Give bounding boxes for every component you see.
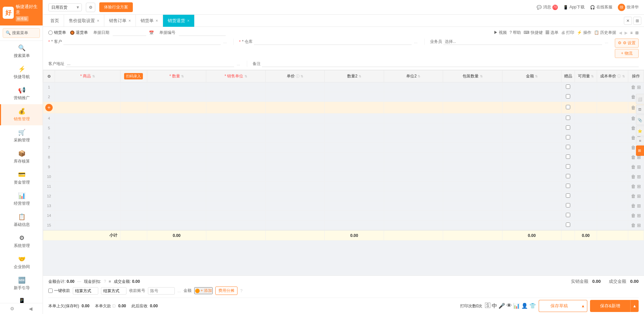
price-cell-11[interactable] xyxy=(265,182,324,191)
unit-cell-1[interactable] xyxy=(206,82,265,92)
radio-return[interactable]: 退货单 xyxy=(70,30,88,36)
pack-input-11[interactable] xyxy=(445,184,500,189)
unit-input-9[interactable] xyxy=(208,165,263,169)
unit-cell-4[interactable] xyxy=(206,114,265,123)
tab-close-sales-delivery[interactable]: × xyxy=(156,18,158,23)
unit-input-8[interactable] xyxy=(208,155,263,160)
qty2-input-15[interactable] xyxy=(327,223,381,228)
sidebar-item-guide[interactable]: 🆕 新手引导 xyxy=(0,273,43,294)
goods-input-1[interactable] xyxy=(57,85,118,89)
status-icon-s[interactable]: 🇸 xyxy=(485,303,490,310)
select-btn[interactable]: ☰ 选单 xyxy=(545,30,558,36)
qty2-input-2[interactable] xyxy=(327,95,381,99)
qty2-input-11[interactable] xyxy=(327,184,381,189)
qty-cell-7[interactable] xyxy=(147,143,206,152)
unit-cell-13[interactable] xyxy=(206,201,265,211)
sort-unit-icon[interactable]: ⇅ xyxy=(245,74,247,78)
qty-cell-2[interactable] xyxy=(147,92,206,102)
qty-input-2[interactable] xyxy=(149,95,204,99)
amount-input-12[interactable] xyxy=(504,194,559,198)
qty2-cell-10[interactable] xyxy=(325,172,384,182)
qty2-input-6[interactable] xyxy=(327,135,381,140)
unit2-input-9[interactable] xyxy=(386,165,441,169)
gift-checkbox-12[interactable] xyxy=(566,193,570,198)
unit2-cell-5[interactable] xyxy=(384,123,443,133)
discount-help-icon[interactable]: ? xyxy=(104,279,106,284)
amount-input-8[interactable] xyxy=(504,155,559,160)
qty-input-4[interactable] xyxy=(149,116,204,121)
price-input-2[interactable] xyxy=(268,95,322,99)
copy-row-icon-14[interactable]: ⊞ xyxy=(637,213,641,218)
copy-row-icon-1[interactable]: ⊞ xyxy=(637,84,641,90)
amount-input-14[interactable] xyxy=(504,213,559,218)
amount-input-11[interactable] xyxy=(504,184,559,189)
sidebar-item-search[interactable]: 🔍 搜索菜单 xyxy=(0,41,43,62)
delete-row-icon-15[interactable]: 🗑 xyxy=(631,223,636,228)
amount-input-10[interactable] xyxy=(504,174,559,179)
delete-row-icon-6[interactable]: 🗑 xyxy=(631,135,636,140)
unit2-cell-4[interactable] xyxy=(384,114,443,123)
amount-input-2[interactable] xyxy=(504,95,559,99)
gift-checkbox-8[interactable] xyxy=(566,154,570,159)
amount-input-13[interactable] xyxy=(504,203,559,208)
amount-cell-11[interactable] xyxy=(502,182,561,191)
pack-cell-1[interactable] xyxy=(443,82,502,92)
customer-input[interactable] xyxy=(63,39,221,45)
goods-cell-11[interactable] xyxy=(55,182,120,191)
pack-input-7[interactable] xyxy=(445,145,500,150)
sort-unit2-icon[interactable]: ⇅ xyxy=(418,74,420,78)
tab-close-price-extract[interactable]: × xyxy=(97,18,99,23)
goods-input-10[interactable] xyxy=(57,174,118,179)
price-cell-1[interactable] xyxy=(265,82,324,92)
gift-checkbox-7[interactable] xyxy=(566,145,570,149)
gift-checkbox-6[interactable] xyxy=(566,135,570,139)
qty2-input-13[interactable] xyxy=(327,203,381,208)
search-menu-button[interactable]: 🔍 搜索菜单 xyxy=(3,28,40,38)
unit2-input-1[interactable] xyxy=(386,85,441,89)
unit-cell-7[interactable] xyxy=(206,143,265,152)
unit-cell-11[interactable] xyxy=(206,182,265,191)
amount-cell-13[interactable] xyxy=(502,201,561,211)
price-input-15[interactable] xyxy=(268,223,322,228)
sidebar-item-inventory[interactable]: 📦 库存核算 xyxy=(0,146,43,168)
unit2-input-12[interactable] xyxy=(386,194,441,198)
goods-cell-7[interactable] xyxy=(55,143,120,152)
delete-row-icon-2[interactable]: 🗑 xyxy=(631,94,636,100)
pack-cell-2[interactable] xyxy=(443,92,502,102)
unit2-cell-13[interactable] xyxy=(384,201,443,211)
radio-sales[interactable]: 销货单 xyxy=(48,30,66,36)
copy-row-icon-12[interactable]: ⊞ xyxy=(637,193,641,199)
unit2-cell-11[interactable] xyxy=(384,182,443,191)
sidebar-item-marketing[interactable]: 📢 营销推广 xyxy=(0,83,43,104)
sort-cost-icon[interactable]: ⇅ xyxy=(622,74,625,78)
pack-cell-14[interactable] xyxy=(443,211,502,221)
unit2-input-6[interactable] xyxy=(386,135,441,140)
logistics-btn[interactable]: + 物流 xyxy=(615,49,639,58)
qty-cell-4[interactable] xyxy=(147,114,206,123)
address-dots-btn[interactable]: ... xyxy=(235,62,241,66)
unit-input-10[interactable] xyxy=(208,174,263,179)
gift-checkbox-5[interactable] xyxy=(566,125,570,130)
pack-input-13[interactable] xyxy=(445,203,500,208)
amount-cell-14[interactable] xyxy=(502,211,561,221)
delete-row-icon-1[interactable]: 🗑 xyxy=(631,84,636,90)
qty-input-9[interactable] xyxy=(149,165,204,169)
price-input-3[interactable] xyxy=(268,105,322,110)
pack-cell-11[interactable] xyxy=(443,182,502,191)
sort-goods-icon[interactable]: ⇅ xyxy=(92,74,95,78)
pack-cell-6[interactable] xyxy=(443,133,502,143)
status-icon-eye[interactable]: 👁 xyxy=(506,303,512,310)
sort-qty-icon[interactable]: ⇅ xyxy=(181,74,184,78)
unit2-input-3[interactable] xyxy=(386,105,441,110)
unit-input-2[interactable] xyxy=(208,95,263,99)
amount-input-4[interactable] xyxy=(504,116,559,121)
amount-input-9[interactable] xyxy=(504,165,559,169)
price-cell-2[interactable] xyxy=(265,92,324,102)
grid-view-btn[interactable]: ⊞ xyxy=(635,30,639,35)
sort-pack-icon[interactable]: ⇅ xyxy=(480,74,483,78)
price-input-4[interactable] xyxy=(268,116,322,121)
amount-cell-8[interactable] xyxy=(502,152,561,162)
goods-input-9[interactable] xyxy=(57,165,118,169)
qty2-cell-11[interactable] xyxy=(325,182,384,191)
scan-input-btn[interactable]: 扫码录入 xyxy=(124,73,143,79)
